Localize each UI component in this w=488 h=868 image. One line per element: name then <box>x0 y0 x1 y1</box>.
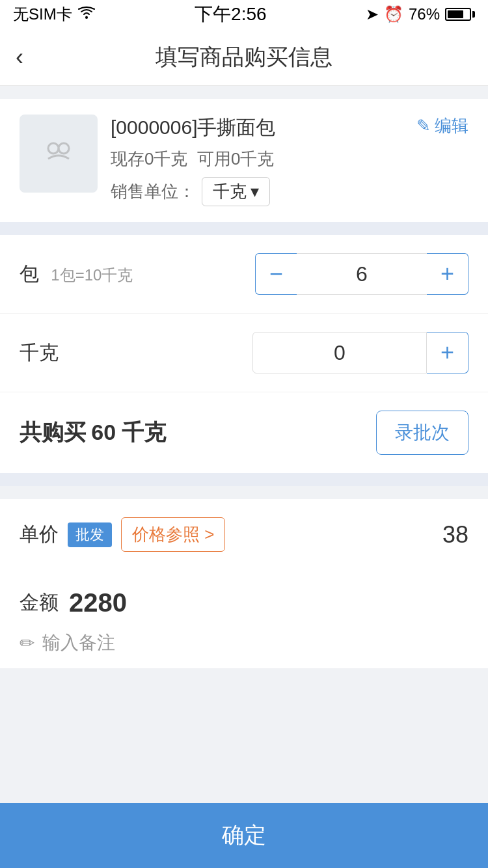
product-name: [0000006]手撕面包 <box>111 115 468 141</box>
kilo-label: 千克 <box>20 340 252 366</box>
product-unit-row: 销售单位： 千克 ▾ <box>111 177 468 206</box>
package-row: 包 1包=10千克 − + <box>0 235 488 314</box>
nav-bar: ‹ 填写商品购买信息 <box>0 29 488 86</box>
total-text: 共购买 60 千克 <box>20 418 166 448</box>
status-right: ➤ ⏰ 76% <box>366 5 475 23</box>
product-stock: 现存0千克 可用0千克 <box>111 148 468 170</box>
carrier-text: 无SIM卡 <box>13 4 72 25</box>
package-plus-button[interactable]: + <box>427 253 468 295</box>
package-minus-button[interactable]: − <box>255 253 297 295</box>
battery-icon <box>445 8 475 21</box>
kilo-input-group: + <box>252 332 468 373</box>
amount-section: 金额 2280 ✏ 输入备注 <box>0 570 488 668</box>
status-bar: 无SIM卡 下午2:56 ➤ ⏰ 76% <box>0 0 488 29</box>
amount-row: 金额 2280 <box>20 588 468 617</box>
price-value: 38 <box>442 521 468 549</box>
note-row[interactable]: ✏ 输入备注 <box>20 631 468 655</box>
price-left: 单价 批发 价格参照 > <box>20 517 225 552</box>
battery-text: 76% <box>409 5 440 23</box>
batch-button[interactable]: 录批次 <box>376 411 468 455</box>
back-button[interactable]: ‹ <box>16 44 23 71</box>
input-section: 包 1包=10千克 − + 千克 + <box>0 235 488 392</box>
alarm-icon: ⏰ <box>384 5 403 23</box>
status-left: 无SIM卡 <box>13 4 96 25</box>
price-ref-button[interactable]: 价格参照 > <box>121 517 225 552</box>
unit-select[interactable]: 千克 ▾ <box>202 177 270 206</box>
package-sub-label: 1包=10千克 <box>51 266 133 284</box>
batch-tag: 批发 <box>68 522 112 547</box>
total-row: 共购买 60 千克 录批次 <box>0 392 488 473</box>
product-info: [0000006]手撕面包 现存0千克 可用0千克 销售单位： 千克 ▾ <box>111 115 468 206</box>
svg-point-0 <box>85 16 88 19</box>
divider-2 <box>0 473 488 486</box>
note-placeholder: 输入备注 <box>42 631 115 655</box>
pencil-icon: ✏ <box>20 632 34 654</box>
kilo-plus-button[interactable]: + <box>427 332 468 373</box>
kilo-input[interactable] <box>252 332 427 373</box>
package-label: 包 1包=10千克 <box>20 261 255 288</box>
confirm-bar[interactable]: 确定 <box>0 803 488 868</box>
package-input[interactable] <box>297 253 427 295</box>
status-time: 下午2:56 <box>195 2 267 27</box>
svg-point-2 <box>59 143 69 154</box>
amount-label: 金额 <box>20 590 59 616</box>
page-title: 填写商品购买信息 <box>156 42 332 72</box>
package-stepper: − + <box>255 253 468 295</box>
product-card: [0000006]手撕面包 现存0千克 可用0千克 销售单位： 千克 ▾ ✎ 编… <box>0 99 488 222</box>
wifi-icon <box>77 5 96 23</box>
price-row: 单价 批发 价格参照 > 38 <box>0 499 488 570</box>
amount-value: 2280 <box>69 588 127 617</box>
edit-icon: ✎ <box>416 116 431 136</box>
location-icon: ➤ <box>366 5 379 23</box>
confirm-text: 确定 <box>222 821 266 850</box>
kilo-row: 千克 + <box>0 314 488 392</box>
price-label: 单价 <box>20 521 59 548</box>
product-image <box>20 115 98 193</box>
edit-button[interactable]: ✎ 编辑 <box>416 115 468 137</box>
svg-point-1 <box>48 143 59 154</box>
divider-1 <box>0 222 488 235</box>
